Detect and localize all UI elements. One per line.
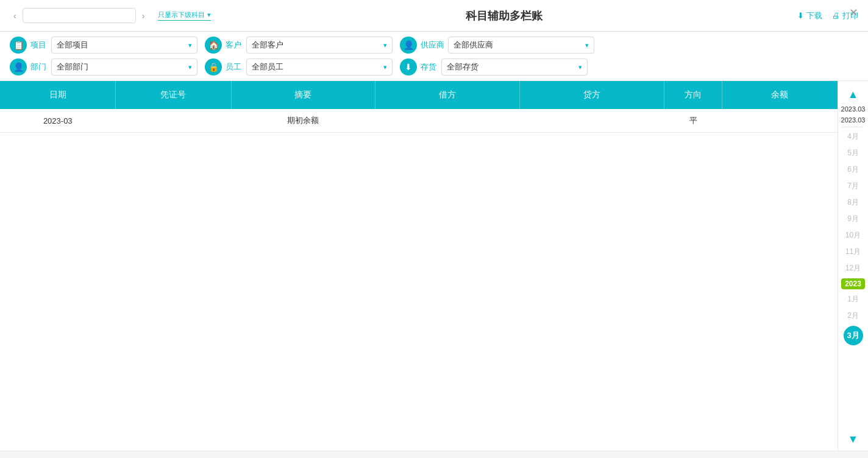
sidebar-down-button[interactable]: ▼ [845, 431, 861, 448]
project-arrow: ▾ [188, 41, 192, 49]
download-label: 下载 [806, 10, 822, 21]
department-arrow: ▾ [188, 63, 192, 71]
filter-employee: 🔒 员工 全部员工 ▾ [205, 58, 393, 76]
page-title: 科目辅助多栏账 [211, 9, 797, 23]
project-value: 全部项目 [57, 40, 88, 51]
download-icon: ⬇ [797, 11, 804, 20]
col-debit: 借方 [375, 81, 520, 109]
inventory-arrow: ▾ [578, 63, 582, 71]
sidebar-month-10[interactable]: 10月 [838, 227, 868, 244]
sidebar-month-12[interactable]: 12月 [838, 260, 868, 277]
show-sub-label: 只显示下级科目 [158, 10, 205, 19]
cell-direction: 平 [664, 109, 722, 133]
supplier-value: 全部供应商 [454, 40, 493, 51]
sidebar-year-badge[interactable]: 2023 [841, 278, 865, 289]
inventory-icon: ⬇ [400, 58, 417, 76]
project-label: 项目 [30, 40, 48, 51]
sidebar-month-9[interactable]: 9月 [838, 211, 868, 227]
col-summary: 摘要 [231, 81, 375, 109]
project-select[interactable]: 全部项目 ▾ [51, 37, 197, 54]
cell-credit [520, 109, 664, 133]
employee-label: 员工 [226, 62, 243, 72]
col-balance: 余额 [722, 81, 838, 109]
customer-arrow: ▾ [383, 41, 387, 49]
filter-area: 📋 项目 全部项目 ▾ 🏠 客户 全部客户 ▾ 👤 供应商 [0, 32, 868, 81]
cell-balance [722, 109, 838, 133]
sidebar-month-8[interactable]: 8月 [838, 194, 868, 211]
project-icon: 📋 [10, 37, 27, 54]
sidebar-month-11[interactable]: 11月 [838, 244, 868, 260]
customer-icon: 🏠 [205, 37, 222, 54]
inventory-label: 存货 [421, 62, 438, 72]
main-window: ‹ 6601 销售费用 › 只显示下级科目 ▾ 科目辅助多栏账 ⬇ 下载 🖨 打… [0, 0, 868, 458]
col-date: 日期 [0, 81, 116, 109]
customer-label: 客户 [226, 40, 243, 51]
filter-row-2: 👤 部门 全部部门 ▾ 🔒 员工 全部员工 ▾ ⬇ 存货 [10, 58, 858, 76]
bottom-scrollbar[interactable] [0, 451, 868, 458]
prev-button[interactable]: ‹ [10, 9, 20, 23]
sidebar-month-4[interactable]: 4月 [838, 129, 868, 145]
sidebar-up-button[interactable]: ▲ [845, 86, 861, 104]
employee-value: 全部员工 [252, 62, 283, 72]
cell-date: 2023-03 [0, 109, 116, 133]
sidebar-month-2[interactable]: 2月 [838, 308, 868, 324]
employee-select[interactable]: 全部员工 ▾ [246, 58, 393, 76]
sidebar-month-2023-03-1[interactable]: 2023.03 [838, 104, 868, 114]
department-label: 部门 [30, 62, 48, 72]
supplier-arrow: ▾ [585, 41, 589, 49]
col-credit: 贷方 [520, 81, 664, 109]
next-button[interactable]: › [138, 9, 149, 23]
col-voucher: 凭证号 [116, 81, 232, 109]
filter-department: 👤 部门 全部部门 ▾ [10, 58, 197, 76]
sidebar-month-3-active[interactable]: 3月 [844, 326, 863, 345]
customer-select[interactable]: 全部客户 ▾ [246, 37, 393, 54]
account-code-input[interactable]: 6601 销售费用 [23, 8, 136, 23]
supplier-label: 供应商 [421, 40, 444, 51]
customer-value: 全部客户 [252, 40, 283, 51]
sidebar-month-2023-03-2[interactable]: 2023.03 [838, 114, 868, 125]
department-icon: 👤 [10, 58, 27, 76]
col-direction: 方向 [664, 81, 722, 109]
top-bar: ‹ 6601 销售费用 › 只显示下级科目 ▾ 科目辅助多栏账 ⬇ 下载 🖨 打… [0, 0, 868, 32]
close-button[interactable]: ✕ [849, 6, 858, 19]
print-icon: 🖨 [832, 11, 840, 20]
department-value: 全部部门 [57, 62, 88, 72]
filter-inventory: ⬇ 存货 全部存货 ▾ [400, 58, 588, 76]
department-select[interactable]: 全部部门 ▾ [51, 58, 197, 76]
sidebar-month-5[interactable]: 5月 [838, 145, 868, 161]
supplier-icon: 👤 [400, 37, 417, 54]
sidebar-month-1[interactable]: 1月 [838, 291, 868, 308]
download-button[interactable]: ⬇ 下载 [797, 10, 822, 21]
employee-icon: 🔒 [205, 58, 222, 76]
sidebar-month-7[interactable]: 7月 [838, 178, 868, 194]
cell-voucher [116, 109, 232, 133]
supplier-select[interactable]: 全部供应商 ▾ [448, 37, 594, 54]
sidebar-month-6[interactable]: 6月 [838, 161, 868, 178]
table-area: 日期 凭证号 摘要 借方 贷方 方向 余额 2023-03 期初余额 [0, 81, 838, 451]
inventory-select[interactable]: 全部存货 ▾ [441, 58, 588, 76]
inventory-value: 全部存货 [447, 62, 478, 72]
right-sidebar: ▲ 2023.03 2023.03 4月 5月 6月 7月 8月 9月 10月 … [838, 81, 868, 451]
filter-row-1: 📋 项目 全部项目 ▾ 🏠 客户 全部客户 ▾ 👤 供应商 [10, 37, 858, 54]
table-row: 2023-03 期初余额 平 [0, 109, 838, 133]
filter-project: 📋 项目 全部项目 ▾ [10, 37, 197, 54]
cell-debit [375, 109, 520, 133]
filter-customer: 🏠 客户 全部客户 ▾ [205, 37, 393, 54]
sidebar-divider-1 [842, 127, 863, 127]
cell-summary: 期初余额 [231, 109, 375, 133]
nav-area: ‹ 6601 销售费用 › 只显示下级科目 ▾ [10, 8, 211, 23]
show-sub-toggle[interactable]: 只显示下级科目 ▾ [158, 10, 211, 21]
filter-supplier: 👤 供应商 全部供应商 ▾ [400, 37, 594, 54]
data-table: 日期 凭证号 摘要 借方 贷方 方向 余额 2023-03 期初余额 [0, 81, 838, 133]
employee-arrow: ▾ [383, 63, 387, 71]
